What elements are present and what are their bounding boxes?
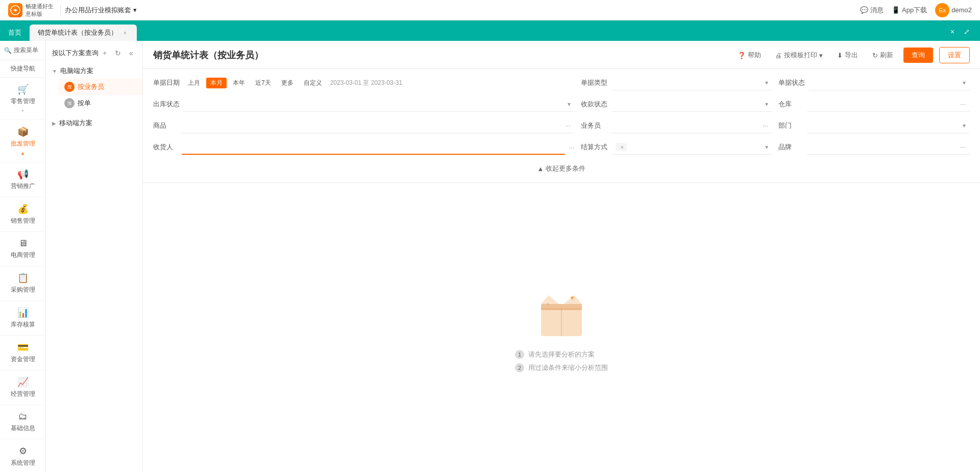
out-status-label: 出库状态 bbox=[153, 100, 180, 109]
payment-status-select[interactable] bbox=[611, 97, 772, 112]
settlement-col: 结算方式 × bbox=[581, 139, 772, 155]
add-scheme-btn[interactable]: ＋ bbox=[100, 48, 110, 58]
out-status-col: 出库状态 bbox=[153, 97, 575, 112]
sidebar: 🔍 搜索菜单 快捷导航 🛒 零售管理 ▾ 📦 批发管理 ▴ 📢 营销推广 💰 销… bbox=[0, 41, 46, 472]
sidebar-item-purchase[interactable]: 📋 采购管理 bbox=[0, 266, 45, 301]
warehouse-col: 仓库 ··· bbox=[778, 97, 970, 112]
sidebar-basic-label: 基础信息 bbox=[11, 424, 35, 433]
consignee-col: 收货人 ··· bbox=[153, 139, 575, 155]
consignee-input[interactable] bbox=[182, 139, 565, 155]
wholesale-chevron: ▴ bbox=[21, 150, 24, 156]
export-btn[interactable]: ⬇ 导出 bbox=[833, 49, 862, 62]
doc-type-label: 单据类型 bbox=[581, 78, 607, 87]
settlement-tag: × bbox=[616, 143, 627, 151]
header-right: 💬 消息 📱 App下载 Ea demo2 bbox=[860, 3, 972, 17]
sidebar-item-sales[interactable]: 💰 销售管理 bbox=[0, 197, 45, 232]
user-info[interactable]: Ea demo2 bbox=[935, 3, 972, 17]
sidebar-item-marketing[interactable]: 📢 营销推广 bbox=[0, 162, 45, 197]
tab-home[interactable]: 首页 bbox=[0, 25, 30, 41]
query-btn[interactable]: 查询 bbox=[903, 48, 933, 63]
doc-type-chevron bbox=[765, 79, 768, 86]
print-icon: 🖨 bbox=[775, 52, 782, 59]
dept-col: 部门 bbox=[778, 118, 970, 133]
settlement-select[interactable]: × bbox=[611, 139, 772, 155]
export-label: 导出 bbox=[845, 51, 858, 60]
refresh-main-icon: ↻ bbox=[872, 52, 878, 59]
empty-hint-2-text: 用过滤条件来缩小分析范围 bbox=[528, 363, 608, 372]
add-icon: ＋ bbox=[101, 49, 108, 58]
print-btn[interactable]: 🖨 按模板打印 ▾ bbox=[771, 49, 827, 62]
staff-select[interactable]: ··· bbox=[609, 118, 772, 133]
brand-label: 品牌 bbox=[778, 143, 803, 152]
tree-item-mobile[interactable]: ▶ 移动端方案 bbox=[46, 115, 142, 131]
tab-sales-stat[interactable]: 销货单统计表（按业务员） × bbox=[30, 25, 137, 41]
sidebar-marketing-label: 营销推广 bbox=[11, 182, 35, 191]
filter-area: 单据日期 上月 本月 本年 近7天 更多 自定义 2023-03-01 至 20… bbox=[143, 69, 980, 183]
tree-item-by-staff-label: 按业务员 bbox=[78, 82, 104, 91]
sidebar-search[interactable]: 🔍 搜索菜单 bbox=[0, 41, 45, 60]
warehouse-select[interactable]: ··· bbox=[807, 97, 970, 112]
app-name-dropdown[interactable]: 办公用品行业模拟账套 ▾ bbox=[65, 6, 137, 15]
sidebar-item-operation[interactable]: 📈 经营管理 bbox=[0, 370, 45, 405]
window-close-btn[interactable]: × bbox=[947, 27, 958, 37]
app-download-action[interactable]: 📱 App下载 bbox=[892, 6, 927, 15]
brand-dots: ··· bbox=[960, 143, 966, 151]
retail-icon: 🛒 bbox=[17, 84, 29, 95]
empty-hint-1: 1 请先选择要分析的方案 bbox=[515, 350, 608, 359]
product-select[interactable]: ··· bbox=[182, 118, 575, 133]
tree-item-desktop-label: 电脑端方案 bbox=[60, 66, 93, 76]
sidebar-item-finance[interactable]: 💳 资金管理 bbox=[0, 336, 45, 370]
filter-row-4: 收货人 ··· 结算方式 × bbox=[153, 139, 970, 155]
sidebar-item-ecommerce[interactable]: 🖥 电商管理 bbox=[0, 232, 45, 266]
tab-home-label: 首页 bbox=[8, 28, 21, 37]
window-maximize-btn[interactable]: ⤢ bbox=[962, 27, 972, 37]
tree-section-desktop: ▼ 电脑端方案 按 按业务员 按 按单 bbox=[46, 61, 142, 113]
doc-type-select[interactable] bbox=[611, 75, 772, 90]
collapse-conditions-btn[interactable]: ▲ 收起更多条件 bbox=[153, 161, 970, 176]
settlement-tag-close[interactable]: × bbox=[621, 144, 624, 150]
inventory-icon: 📊 bbox=[17, 307, 29, 318]
date-tab-this-month[interactable]: 本月 bbox=[206, 78, 227, 88]
sidebar-item-system[interactable]: ⚙ 系统管理 bbox=[0, 439, 45, 472]
staff-col: 业务员 ··· bbox=[581, 118, 772, 133]
date-tab-this-year[interactable]: 本年 bbox=[229, 78, 249, 88]
sidebar-search-label: 搜索菜单 bbox=[14, 46, 38, 55]
empty-hint-2: 2 用过滤条件来缩小分析范围 bbox=[515, 363, 608, 372]
sidebar-quick-nav[interactable]: 快捷导航 bbox=[0, 60, 45, 78]
sidebar-item-inventory[interactable]: 📊 库存核算 bbox=[0, 301, 45, 336]
doc-status-chevron bbox=[963, 79, 966, 86]
brand-select[interactable]: ··· bbox=[807, 139, 970, 155]
out-status-chevron bbox=[568, 100, 571, 108]
header-divider bbox=[60, 5, 61, 15]
date-tab-custom[interactable]: 自定义 bbox=[300, 78, 326, 88]
dept-select[interactable] bbox=[807, 118, 970, 133]
sidebar-item-wholesale[interactable]: 📦 批发管理 ▴ bbox=[0, 120, 45, 162]
message-action[interactable]: 💬 消息 bbox=[860, 6, 884, 15]
out-status-select[interactable] bbox=[184, 97, 575, 112]
page-header: 销货单统计表（按业务员） ❓ 帮助 🖨 按模板打印 ▾ ⬇ bbox=[143, 41, 980, 69]
sidebar-item-basic[interactable]: 🗂 基础信息 bbox=[0, 405, 45, 439]
date-tab-more[interactable]: 更多 bbox=[277, 78, 298, 88]
refresh-scheme-btn[interactable]: ↻ bbox=[113, 48, 123, 58]
page-title-row: 销货单统计表（按业务员） ❓ 帮助 🖨 按模板打印 ▾ ⬇ bbox=[153, 47, 970, 63]
help-icon: ❓ bbox=[738, 52, 746, 59]
sidebar-finance-label: 资金管理 bbox=[11, 355, 35, 364]
collapse-panel-btn[interactable]: « bbox=[126, 48, 136, 58]
doc-type-col: 单据类型 bbox=[581, 75, 772, 90]
staff-label: 业务员 bbox=[581, 121, 605, 130]
tab-close-icon[interactable]: × bbox=[121, 29, 129, 36]
date-tab-7days[interactable]: 近7天 bbox=[251, 78, 275, 88]
doc-status-select[interactable] bbox=[809, 75, 970, 90]
help-btn[interactable]: ❓ 帮助 bbox=[733, 49, 765, 62]
tree-item-desktop[interactable]: ▼ 电脑端方案 bbox=[46, 63, 142, 79]
sidebar-inventory-label: 库存核算 bbox=[11, 320, 35, 329]
settings-btn[interactable]: 设置 bbox=[939, 47, 970, 63]
tree-item-by-order[interactable]: 按 按单 bbox=[58, 95, 142, 111]
settlement-chevron bbox=[765, 143, 768, 151]
sidebar-item-retail[interactable]: 🛒 零售管理 ▾ bbox=[0, 78, 45, 120]
doc-status-label: 单据状态 bbox=[778, 78, 805, 87]
tree-item-by-staff[interactable]: 按 按业务员 bbox=[58, 79, 142, 95]
date-tab-last-month[interactable]: 上月 bbox=[184, 78, 204, 88]
refresh-btn[interactable]: ↻ 刷新 bbox=[868, 49, 897, 62]
svg-text:✦: ✦ bbox=[569, 294, 575, 302]
